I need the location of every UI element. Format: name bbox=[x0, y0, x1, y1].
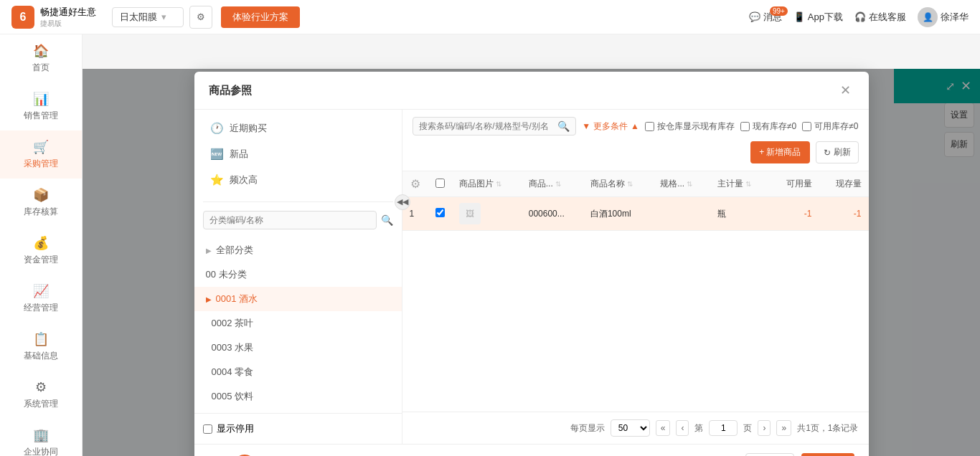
cat-item-0[interactable]: 00 未分类 bbox=[194, 262, 402, 287]
sidebar-item-operations[interactable]: 📈 经营管理 bbox=[0, 275, 82, 323]
logo-text: 畅捷通好生意 捷易版 bbox=[40, 6, 96, 29]
modal-close-btn[interactable]: ✕ bbox=[837, 82, 854, 99]
sidebar-item-label: 企业协同 bbox=[24, 446, 58, 456]
warehouse-label: 按仓库显示现有库存 bbox=[657, 120, 735, 133]
modal-right-content: 🔍 ▼ 更多条件 ▲ 按仓库显示现有库存 bbox=[402, 110, 869, 444]
confirm-btn[interactable]: 确定 bbox=[801, 453, 854, 456]
show-disabled-checkbox[interactable] bbox=[203, 424, 212, 434]
cat-item-5[interactable]: 0005 饮料 bbox=[194, 384, 402, 409]
th-unit-sortable[interactable]: 主计量 ⇅ bbox=[717, 178, 762, 190]
td-code: 000600... bbox=[522, 197, 583, 231]
cat-item-3[interactable]: 0003 水果 bbox=[194, 336, 402, 360]
product-search-input[interactable] bbox=[419, 121, 554, 131]
search-icon[interactable]: 🔍 bbox=[557, 120, 570, 132]
th-image: 商品图片 ⇅ bbox=[452, 171, 522, 197]
cat-item-4[interactable]: 0004 零食 bbox=[194, 360, 402, 384]
td-stock: -1 bbox=[819, 197, 869, 231]
page-label2: 页 bbox=[743, 422, 752, 434]
search-icon[interactable]: 🔍 bbox=[381, 214, 393, 226]
quick-recent-label: 近期购买 bbox=[230, 122, 267, 135]
product-unit: 瓶 bbox=[717, 209, 726, 219]
available-filter[interactable]: 可用库存≠0 bbox=[802, 120, 858, 133]
highlight-btn[interactable]: 体验行业方案 bbox=[221, 6, 300, 28]
filter-more-btn[interactable]: ▼ 更多条件 ▲ bbox=[582, 120, 639, 133]
prev-page-btn[interactable]: ‹ bbox=[676, 420, 689, 436]
quick-new[interactable]: 🆕 新品 bbox=[203, 143, 393, 166]
message-btn[interactable]: 💬 消息 99+ bbox=[749, 11, 782, 24]
last-page-btn[interactable]: » bbox=[776, 420, 791, 436]
modal-toolbar: 🔍 ▼ 更多条件 ▲ 按仓库显示现有库存 bbox=[402, 110, 869, 171]
category-search-input[interactable] bbox=[203, 211, 377, 229]
quick-recent-buy[interactable]: 🕐 近期购买 bbox=[203, 117, 393, 140]
stock-checkbox[interactable] bbox=[740, 122, 750, 131]
modal-sidebar: 🕐 近期购买 🆕 新品 ⭐ 频次高 bbox=[194, 110, 402, 444]
th-name-sortable[interactable]: 商品名称 ⇅ bbox=[590, 178, 646, 190]
select-all-checkbox[interactable] bbox=[435, 179, 445, 188]
th-image-sortable[interactable]: 商品图片 ⇅ bbox=[459, 178, 514, 190]
sidebar-item-purchase[interactable]: 🛒 采购管理 bbox=[0, 130, 82, 179]
cat-item-1[interactable]: ▶ 0001 酒水 bbox=[194, 287, 402, 311]
warehouse-checkbox[interactable] bbox=[645, 122, 654, 131]
sidebar-item-sales[interactable]: 📊 销售管理 bbox=[0, 82, 82, 130]
show-disabled-label[interactable]: 显示停用 bbox=[217, 422, 254, 435]
quick-new-label: 新品 bbox=[230, 148, 248, 161]
avatar-icon: 👤 bbox=[923, 12, 933, 22]
cat-item-2[interactable]: 0002 茶叶 bbox=[194, 311, 402, 336]
sidebar-item-enterprise[interactable]: 🏢 企业协同 bbox=[0, 419, 82, 456]
add-product-btn[interactable]: + 新增商品 bbox=[750, 141, 809, 163]
sidebar-item-label: 采购管理 bbox=[24, 158, 58, 170]
logo-area: 6 畅捷通好生意 捷易版 bbox=[11, 6, 98, 29]
quick-frequent[interactable]: ⭐ 频次高 bbox=[203, 168, 393, 191]
available-checkbox[interactable] bbox=[802, 122, 811, 131]
selector-dropdown[interactable]: 日太阳膜 ▾ bbox=[112, 7, 184, 27]
th-spec: 规格... ⇅ bbox=[653, 171, 710, 197]
th-settings: ⚙ bbox=[402, 171, 428, 197]
app-download-btn[interactable]: 📱 App下载 bbox=[793, 11, 843, 24]
filter-btn-label: 更多条件 bbox=[593, 120, 628, 133]
th-stock: 现存量 bbox=[819, 171, 869, 197]
table-row[interactable]: 1 🖼 bbox=[402, 197, 869, 231]
cat-item-label: 全部分类 bbox=[216, 244, 253, 257]
column-settings-icon[interactable]: ⚙ bbox=[410, 177, 421, 191]
sidebar-item-system[interactable]: ⚙ 系统管理 bbox=[0, 371, 82, 419]
th-spec-sortable[interactable]: 规格... ⇅ bbox=[660, 178, 703, 190]
product-name: 白酒100ml bbox=[590, 209, 631, 219]
sidebar-item-home[interactable]: 🏠 首页 bbox=[0, 34, 82, 82]
first-page-btn[interactable]: « bbox=[656, 420, 671, 436]
chevron-up-icon: ▲ bbox=[631, 121, 639, 131]
app-label: App下载 bbox=[808, 11, 843, 24]
cancel-btn[interactable]: 取消 bbox=[745, 453, 794, 456]
sidebar-item-basic-info[interactable]: 📋 基础信息 bbox=[0, 323, 82, 371]
category-list: ▶ 全部分类 00 未分类 ▶ 0001 酒水 0002 茶叶 bbox=[194, 235, 402, 413]
page-number-input[interactable] bbox=[709, 420, 738, 436]
topnav: 6 畅捷通好生意 捷易版 日太阳膜 ▾ ⚙ 体验行业方案 💬 消息 99+ 📱 … bbox=[0, 0, 980, 34]
sidebar-item-finance[interactable]: 💰 资金管理 bbox=[0, 227, 82, 275]
user-area[interactable]: 👤 徐泽华 bbox=[918, 7, 969, 27]
sidebar-item-inventory[interactable]: 📦 库存核算 bbox=[0, 179, 82, 227]
warehouse-filter[interactable]: 按仓库显示现有库存 bbox=[645, 120, 735, 133]
quick-access-section: 🕐 近期购买 🆕 新品 ⭐ 频次高 bbox=[194, 110, 402, 199]
next-page-btn[interactable]: › bbox=[758, 420, 771, 436]
service-btn[interactable]: 🎧 在线客服 bbox=[854, 11, 906, 24]
settings-button[interactable]: ⚙ bbox=[189, 6, 212, 29]
finance-icon: 💰 bbox=[33, 235, 49, 251]
row-checkbox[interactable] bbox=[435, 208, 445, 217]
page-size-select[interactable]: 50 20 100 bbox=[611, 419, 650, 437]
stock-filter[interactable]: 现有库存≠0 bbox=[740, 120, 796, 133]
sidebar-divider bbox=[203, 201, 393, 202]
chevron-down-icon: ▾ bbox=[161, 11, 166, 22]
purchase-icon: 🛒 bbox=[33, 139, 49, 155]
sidebar-item-label: 经营管理 bbox=[24, 302, 58, 314]
cat-item-label: 0004 零食 bbox=[212, 366, 254, 379]
cat-arrow-icon: ▶ bbox=[206, 295, 212, 303]
th-available: 可用量 bbox=[770, 171, 819, 197]
cat-item-all[interactable]: ▶ 全部分类 bbox=[194, 238, 402, 262]
th-code: 商品... ⇅ bbox=[522, 171, 583, 197]
message-badge: 99+ bbox=[770, 6, 788, 16]
available-label: 可用库存≠0 bbox=[814, 120, 858, 133]
show-disabled-section: 显示停用 bbox=[194, 413, 402, 444]
th-code-sortable[interactable]: 商品... ⇅ bbox=[529, 178, 576, 190]
collapse-btn[interactable]: ◀◀ bbox=[395, 194, 410, 210]
refresh-product-btn[interactable]: ↻ 刷新 bbox=[816, 141, 859, 163]
image-placeholder-icon: 🖼 bbox=[466, 209, 474, 219]
